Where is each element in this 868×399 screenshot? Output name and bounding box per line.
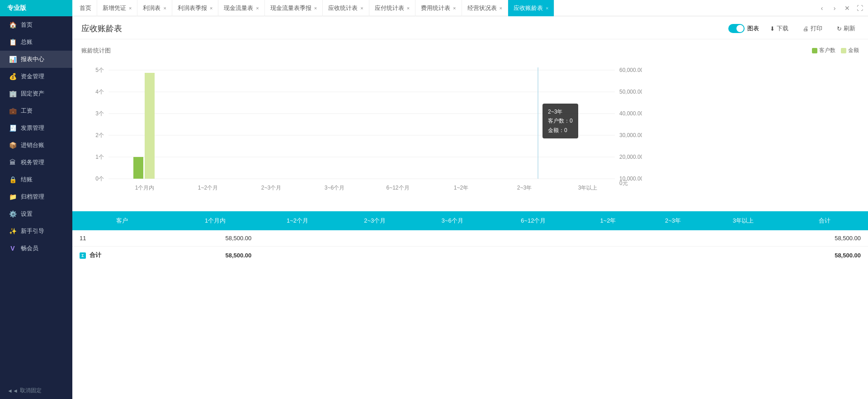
tab-home[interactable]: 首页 <box>74 0 97 16</box>
col-y2-3: 2~3年 <box>641 211 706 230</box>
sidebar-item-label: 税务管理 <box>21 158 44 166</box>
tab-expense-stat-close[interactable]: × <box>453 5 456 11</box>
tab-profit-close[interactable]: × <box>163 5 166 11</box>
tab-home-label: 首页 <box>80 4 91 12</box>
tab-voucher[interactable]: 新增凭证 × <box>97 0 137 16</box>
footer-m1-2 <box>259 247 336 264</box>
tab-expense-stat[interactable]: 费用统计表 × <box>415 0 462 16</box>
svg-text:0个: 0个 <box>95 176 104 182</box>
tax-icon: 🏛 <box>9 159 16 166</box>
toggle-track[interactable] <box>728 24 745 33</box>
svg-text:3个: 3个 <box>95 110 104 117</box>
col-m1-2: 1~2个月 <box>259 211 336 230</box>
home-icon: 🏠 <box>9 21 16 28</box>
assets-icon: 🏢 <box>9 90 16 97</box>
sidebar-item-label: 总账 <box>21 38 33 46</box>
refresh-icon: ↻ <box>837 25 842 32</box>
tab-cashflow[interactable]: 现金流量表 × <box>218 0 264 16</box>
tab-next-button[interactable]: › <box>828 0 841 16</box>
tab-expense-stat-label: 费用统计表 <box>421 4 450 12</box>
table-footer-row: Σ 合计 58,500.00 58,500.00 <box>72 247 868 264</box>
footer-total: 58,500.00 <box>781 247 868 264</box>
download-button[interactable]: ⬇ 下载 <box>766 23 792 34</box>
table-header-row: 客户 1个月内 1~2个月 2~3个月 3~6个月 6~12个月 1~2年 2~… <box>72 211 868 230</box>
chart-toggle[interactable]: 图表 <box>728 24 759 33</box>
footer-label: Σ 合计 <box>72 247 172 264</box>
sidebar-item-label: 设置 <box>21 210 33 218</box>
tab-profit-quarter-close[interactable]: × <box>210 5 212 11</box>
sidebar-item-settings[interactable]: ⚙️ 设置 <box>0 205 72 223</box>
sidebar-item-salary[interactable]: 💼 工资 <box>0 102 72 119</box>
chart-title: 账龄统计图 <box>81 47 859 55</box>
sidebar-item-invoice[interactable]: 🧾 发票管理 <box>0 119 72 137</box>
legend-amount-dot <box>841 48 846 53</box>
tab-aging[interactable]: 应收账龄表 × <box>508 0 554 16</box>
footer-y1-2 <box>576 247 641 264</box>
refresh-button[interactable]: ↻ 刷新 <box>833 23 859 34</box>
invoice-icon: 🧾 <box>9 124 16 132</box>
tab-receivable-stat[interactable]: 应收统计表 × <box>323 0 369 16</box>
tab-payable-stat[interactable]: 应付统计表 × <box>369 0 415 16</box>
tab-close-all-button[interactable]: ✕ <box>841 0 854 16</box>
table-row: 11 58,500.00 58,500.00 <box>72 230 868 247</box>
tab-profit-quarter-label: 利润表季报 <box>178 4 207 12</box>
tab-aging-close[interactable]: × <box>546 5 548 11</box>
table-foot: Σ 合计 58,500.00 58,500.00 <box>72 247 868 264</box>
footer-m6-12 <box>491 247 576 264</box>
unpin-sidebar-button[interactable]: ◄◄ 取消固定 <box>0 382 72 399</box>
sidebar-item-guide[interactable]: ✨ 新手引导 <box>0 223 72 240</box>
col-customer: 客户 <box>72 211 172 230</box>
tab-voucher-label: 新增凭证 <box>103 4 126 12</box>
table-body: 11 58,500.00 58,500.00 <box>72 230 868 247</box>
tab-prev-button[interactable]: ‹ <box>816 0 828 16</box>
footer-y3plus <box>705 247 781 264</box>
sidebar-item-reports[interactable]: 📊 报表中心 <box>0 51 72 68</box>
bar-m1-amount <box>145 73 155 179</box>
vip-icon: V <box>9 245 16 252</box>
cell-customer: 11 <box>72 230 172 247</box>
guide-icon: ✨ <box>9 228 16 235</box>
col-total: 合计 <box>781 211 868 230</box>
col-m3-6: 3~6个月 <box>414 211 491 230</box>
sidebar-item-label: 归档管理 <box>21 193 44 201</box>
unpin-label: 取消固定 <box>20 387 42 394</box>
sidebar-item-ledger[interactable]: 📋 总账 <box>0 33 72 51</box>
page-actions: 图表 ⬇ 下载 🖨 打印 ↻ 刷新 <box>728 23 859 34</box>
tab-profit-quarter[interactable]: 利润表季报 × <box>172 0 218 16</box>
sidebar-item-archive[interactable]: 📁 归档管理 <box>0 188 72 205</box>
sidebar-item-label: 畅会员 <box>21 244 38 252</box>
tab-business-stat-label: 经营状况表 <box>467 4 497 12</box>
sidebar-item-funds[interactable]: 💰 资金管理 <box>0 68 72 85</box>
tab-payable-stat-close[interactable]: × <box>407 5 410 11</box>
legend-amount-label: 金额 <box>848 47 859 54</box>
legend-customer-count: 客户数 <box>812 47 835 54</box>
sidebar-item-stock[interactable]: 📦 进销台账 <box>0 137 72 154</box>
tab-receivable-stat-close[interactable]: × <box>360 5 363 11</box>
sidebar-item-vip[interactable]: V 畅会员 <box>0 240 72 257</box>
svg-text:1个月内: 1个月内 <box>135 185 155 191</box>
archive-icon: 📁 <box>9 193 16 200</box>
sidebar-item-close[interactable]: 🔒 结账 <box>0 171 72 188</box>
tab-fullscreen-button[interactable]: ⛶ <box>854 0 866 16</box>
svg-text:50,000.00元: 50,000.00元 <box>619 89 642 95</box>
sidebar-item-label: 报表中心 <box>21 55 44 63</box>
main-area: 首页 新增凭证 × 利润表 × 利润表季报 × 现金流量表 × 现金流量表季报 … <box>72 0 868 399</box>
footer-m2-3 <box>336 247 414 264</box>
sidebar-item-home[interactable]: 🏠 首页 <box>0 16 72 33</box>
sidebar-item-assets[interactable]: 🏢 固定资产 <box>0 85 72 102</box>
tab-cashflow-quarter-close[interactable]: × <box>314 5 317 11</box>
tab-profit[interactable]: 利润表 × <box>137 0 172 16</box>
tab-cashflow-close[interactable]: × <box>256 5 259 11</box>
cell-y3plus <box>705 230 781 247</box>
funds-icon: 💰 <box>9 73 16 80</box>
ledger-icon: 📋 <box>9 38 16 46</box>
sidebar-item-tax[interactable]: 🏛 税务管理 <box>0 154 72 171</box>
footer-y2-3 <box>641 247 706 264</box>
print-button[interactable]: 🖨 打印 <box>799 23 826 34</box>
tab-business-stat-close[interactable]: × <box>500 5 502 11</box>
tab-voucher-close[interactable]: × <box>129 5 132 11</box>
print-label: 打印 <box>811 24 822 33</box>
tab-business-stat[interactable]: 经营状况表 × <box>462 0 508 16</box>
sidebar-item-label: 固定资产 <box>21 90 44 98</box>
tab-cashflow-quarter[interactable]: 现金流量表季报 × <box>265 0 323 16</box>
